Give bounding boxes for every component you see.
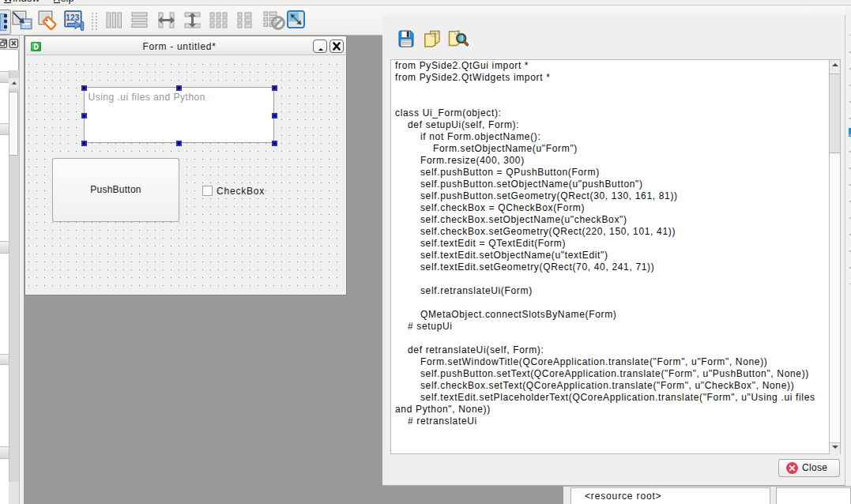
svg-text:123: 123 bbox=[66, 13, 80, 22]
